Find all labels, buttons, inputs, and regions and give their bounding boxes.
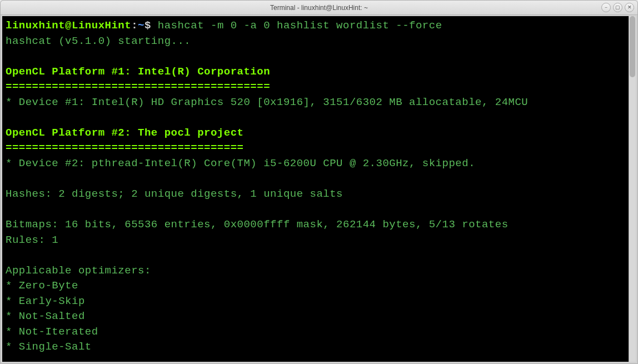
prompt-dollar: $ xyxy=(144,19,158,32)
terminal-content[interactable]: linuxhint@LinuxHint:~$ hashcat -m 0 -a 0… xyxy=(2,16,629,362)
terminal-window: Terminal - linuxhint@LinuxHint: ~ － ▢ ✕ … xyxy=(0,0,638,364)
output-line: * Not-Salted xyxy=(6,310,85,322)
prompt-colon: : xyxy=(131,19,138,32)
prompt-path: ~ xyxy=(138,19,144,32)
output-line: ======================================== xyxy=(6,81,270,93)
output-line: * Device #1: Intel(R) HD Graphics 520 [0… xyxy=(6,96,528,108)
output-line: Hashes: 2 digests; 2 unique digests, 1 u… xyxy=(6,188,343,200)
output-line: * Zero-Byte xyxy=(6,280,78,292)
terminal-body: linuxhint@LinuxHint:~$ hashcat -m 0 -a 0… xyxy=(1,15,637,363)
output-line: Bitmaps: 16 bits, 65536 entries, 0x0000f… xyxy=(6,218,509,231)
close-button[interactable]: ✕ xyxy=(625,3,634,12)
command-text: hashcat -m 0 -a 0 hashlist wordlist --fo… xyxy=(158,19,442,32)
output-line: * Single-Salt xyxy=(6,341,92,353)
output-line: * Device #2: pthread-Intel(R) Core(TM) i… xyxy=(6,157,475,169)
output-line: ==================================== xyxy=(6,142,243,154)
window-controls: － ▢ ✕ xyxy=(601,3,634,12)
titlebar[interactable]: Terminal - linuxhint@LinuxHint: ~ － ▢ ✕ xyxy=(1,1,637,15)
output-line: hashcat (v5.1.0) starting... xyxy=(6,35,191,47)
output-line: OpenCL Platform #1: Intel(R) Corporation xyxy=(6,66,270,78)
output-line: OpenCL Platform #2: The pocl project xyxy=(6,127,243,139)
output-line: * Early-Skip xyxy=(6,295,85,307)
output-line: Applicable optimizers: xyxy=(6,265,151,277)
minimize-button[interactable]: － xyxy=(601,3,611,12)
window-title: Terminal - linuxhint@LinuxHint: ~ xyxy=(270,4,368,12)
output-line: Rules: 1 xyxy=(6,234,58,246)
scrollbar[interactable] xyxy=(629,16,636,362)
scrollbar-thumb[interactable] xyxy=(630,16,635,77)
prompt-user-host: linuxhint@LinuxHint xyxy=(6,19,131,32)
output-line: * Not-Iterated xyxy=(6,326,98,338)
maximize-button[interactable]: ▢ xyxy=(613,3,622,12)
